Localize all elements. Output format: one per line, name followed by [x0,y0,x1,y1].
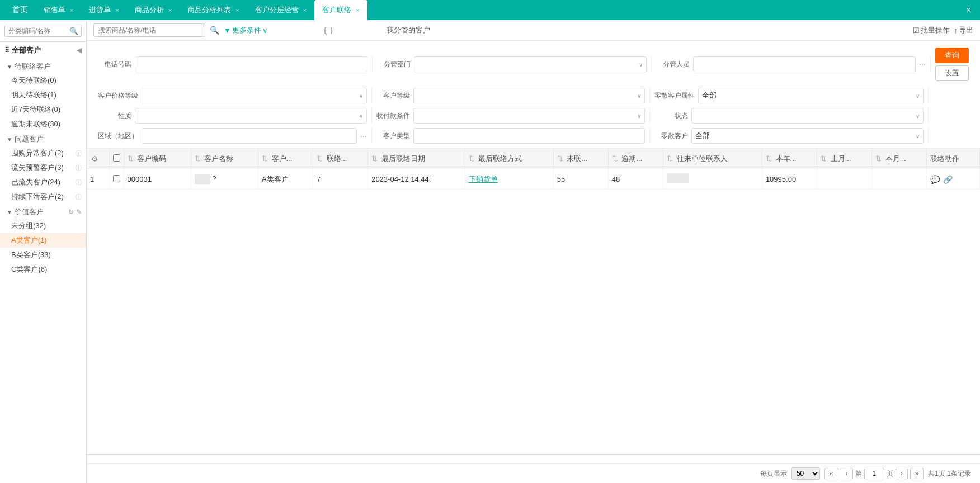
filter-select-customer-grade[interactable]: ∨ [413,88,646,103]
my-customer-filter[interactable]: 我分管的客户 [272,25,430,35]
th-grade[interactable]: ⇅ 客户... [258,149,313,169]
info-icon3[interactable]: ⓘ [76,178,82,187]
nav-tab-customer-contact-close[interactable]: × [356,7,359,13]
sidebar-item-week-pending[interactable]: 近7天待联络(0) [0,102,86,117]
next-page-button[interactable]: › [896,468,908,479]
last-page-button[interactable]: » [910,468,924,479]
sidebar-item-overdue-contact[interactable]: 逾期未联络(30) [0,117,86,131]
nav-tab-analysis-close[interactable]: × [168,7,172,13]
value-customer-edit-icon[interactable]: ✎ [76,208,82,216]
batch-op-button[interactable]: ☑ 批量操作 [913,25,950,35]
nav-tab-customer-mgmt-close[interactable]: × [303,7,307,13]
chat-icon[interactable]: 💬 [930,175,940,184]
window-close-button[interactable]: × [962,5,976,15]
link-icon[interactable]: 🔗 [943,175,953,184]
filter-select-payment[interactable]: ∨ [413,108,646,124]
sidebar-item-churned[interactable]: 已流失客户(24) ⓘ [0,175,86,190]
nav-tab-sales[interactable]: 销售单 × [36,0,81,20]
filter-input-customer-type[interactable] [413,128,646,144]
filter-dots-person[interactable]: ··· [919,60,926,69]
filter-select-scatter[interactable]: 全部 ∨ [691,128,924,144]
nav-tab-analysis-list[interactable]: 商品分析列表 × [180,0,247,20]
nav-tab-purchase-close[interactable]: × [115,7,119,13]
more-filter-button[interactable]: ▼ 更多条件 ∨ [224,25,268,35]
sidebar-item-a-class[interactable]: A类客户(1) [0,233,86,248]
filter-select-scatter-attr[interactable]: 全部 ∨ [698,88,924,103]
horizontal-scrollbar[interactable] [87,454,980,463]
export-button[interactable]: ↑ 导出 [954,25,974,35]
gear-button[interactable]: ⚙ [90,153,100,164]
filter-select-dept[interactable]: ∨ [414,56,647,72]
th-no-contact[interactable]: ⇅ 未联... [553,149,608,169]
row-checkbox[interactable] [113,175,120,182]
th-code[interactable]: ⇅ 客户编码 [124,149,191,169]
sidebar-item-ungrouped[interactable]: 未分组(32) [0,219,86,233]
content-area: 🔍 ▼ 更多条件 ∨ 我分管的客户 ☑ 批量操作 ↑ 导出 [87,20,980,483]
sidebar-item-overdue-contact-label: 逾期未联络(30) [11,119,60,129]
th-last-method[interactable]: ⇅ 最后联络方式 [465,149,553,169]
chevron-scatter-icon: ∨ [916,133,920,139]
sidebar-item-hoard-abnormal[interactable]: 囤购异常客户(2) ⓘ [0,146,86,160]
sidebar-item-c-class[interactable]: C类客户(6) [0,262,86,277]
per-page-select[interactable]: 50 100 [791,467,820,480]
value-customer-refresh-icon[interactable]: ↻ [68,208,74,216]
filter-select-nature[interactable]: ∨ [135,108,367,124]
th-no-contact-label: 未联... [567,154,587,163]
th-last-date[interactable]: ⇅ 最后联络日期 [368,149,465,169]
prev-page-button[interactable]: ‹ [841,468,853,479]
th-overdue[interactable]: ⇅ 逾期... [608,149,663,169]
filter-label-region: 区域（地区） [98,131,138,141]
filter-select-price-grade[interactable]: ∨ [142,88,367,103]
search-input[interactable] [93,23,205,37]
sidebar-group-problem[interactable]: ▼ 问题客户 [0,131,86,146]
filter-input-person[interactable] [693,56,916,72]
nav-tab-purchase[interactable]: 进货单 × [81,0,126,20]
nav-tab-customer-contact[interactable]: 客户联络 × [314,0,367,20]
query-button[interactable]: 查询 [935,48,969,63]
td-name: ? [191,169,258,190]
th-this-month[interactable]: ⇅ 本月... [872,149,927,169]
select-all-checkbox[interactable] [113,154,120,162]
th-name[interactable]: ⇅ 客户名称 [191,149,258,169]
last-method-link[interactable]: 下销货单 [469,175,498,183]
sidebar-item-today-pending[interactable]: 今天待联络(0) [0,73,86,88]
sidebar-group-pending[interactable]: ▼ 待联络客户 [0,59,86,73]
th-last-month[interactable]: ⇅ 上月... [817,149,872,169]
sidebar-item-declining[interactable]: 持续下滑客户(2) ⓘ [0,190,86,204]
sort-handle-lastdate: ⇅ [371,154,378,163]
filter-input-phone[interactable] [135,56,368,72]
sidebar-item-churn-warning[interactable]: 流失预警客户(3) ⓘ [0,160,86,175]
filter-select-status[interactable]: ∨ [691,108,924,124]
filter-label-status: 状态 [654,111,688,121]
sidebar-item-b-class[interactable]: B类客户(33) [0,248,86,262]
th-unit-contact-label: 往来单位联系人 [677,154,728,163]
info-icon4[interactable]: ⓘ [76,193,82,201]
my-customer-checkbox[interactable] [272,27,384,34]
info-icon2[interactable]: ⓘ [76,164,82,172]
sort-handle-grade: ⇅ [262,154,268,163]
th-this-year[interactable]: ⇅ 本年... [762,149,817,169]
setting-button[interactable]: 设置 [935,65,969,81]
nav-tab-sales-close[interactable]: × [70,7,73,13]
th-contact[interactable]: ⇅ 联络... [313,149,368,169]
nav-tab-analysis[interactable]: 商品分析 × [127,0,180,20]
search-button[interactable]: 🔍 [210,26,219,35]
filter-label-price-grade: 客户价格等级 [98,91,138,101]
filter-input-region[interactable] [142,128,357,144]
filter-dots-region[interactable]: ··· [360,131,367,140]
first-page-button[interactable]: « [824,468,838,479]
info-icon1[interactable]: ⓘ [76,149,82,158]
nav-home[interactable]: 首页 [4,0,36,20]
nav-tab-customer-mgmt[interactable]: 客户分层经营 × [247,0,314,20]
filter-select-scatter-attr-value: 全部 [702,91,717,101]
sidebar-item-a-class-label: A类客户(1) [11,235,47,245]
sidebar-all-customers[interactable]: ⠿ 全部客户 ◀ [0,42,86,59]
nav-tab-analysis-list-close[interactable]: × [235,7,239,13]
sidebar-collapse-btn[interactable]: ◀ [77,46,82,54]
sidebar-item-tomorrow-pending[interactable]: 明天待联络(1) [0,88,86,102]
customer-name-suffix: ? [212,174,216,183]
sidebar-search-icon[interactable]: 🔍 [69,27,78,35]
th-unit-contact[interactable]: ⇅ 往来单位联系人 [663,149,762,169]
sidebar-group-value[interactable]: ▼ 价值客户 ↻ ✎ [0,204,86,219]
page-number-input[interactable] [864,468,884,479]
